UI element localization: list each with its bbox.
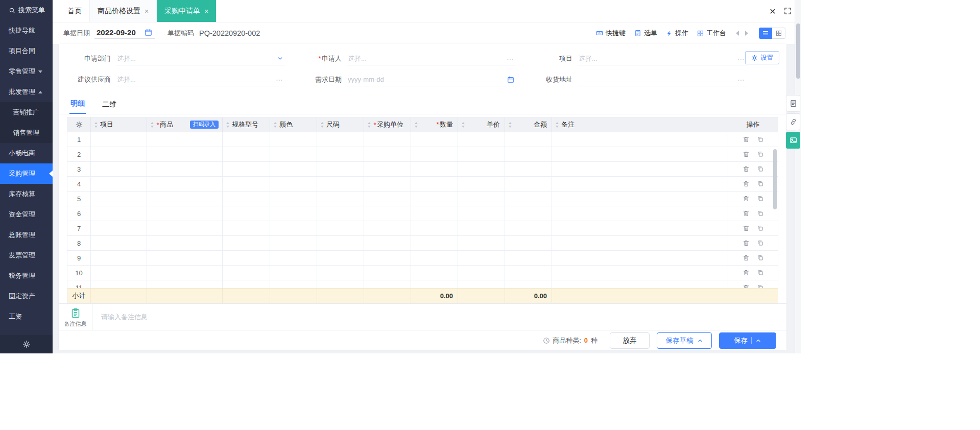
cell-amount[interactable]	[505, 192, 552, 206]
sidebar-item-inventory-accounting[interactable]: 库存核算	[0, 184, 53, 204]
copy-row-icon[interactable]	[757, 254, 764, 261]
cell-qty[interactable]	[411, 206, 458, 221]
delete-row-icon[interactable]	[743, 136, 750, 143]
address-input[interactable]	[578, 76, 735, 83]
cell-spec[interactable]	[223, 192, 270, 206]
cell-amount[interactable]	[505, 236, 552, 250]
cell-color[interactable]	[270, 251, 317, 265]
cell-project[interactable]	[91, 266, 147, 280]
cell-qty[interactable]	[411, 147, 458, 161]
cell-product[interactable]	[147, 162, 223, 176]
cell-unit[interactable]	[364, 132, 411, 147]
cell-product[interactable]	[147, 132, 223, 147]
copy-row-icon[interactable]	[757, 240, 764, 247]
cell-color[interactable]	[270, 147, 317, 161]
calendar-icon[interactable]	[507, 76, 514, 83]
cell-amount[interactable]	[505, 206, 552, 221]
cell-qty[interactable]	[411, 251, 458, 265]
cell-product[interactable]	[147, 177, 223, 191]
doc-date-input[interactable]	[97, 28, 139, 37]
delete-row-icon[interactable]	[743, 284, 750, 288]
delete-row-icon[interactable]	[743, 210, 750, 217]
image-tool-icon[interactable]	[786, 132, 800, 149]
cell-qty[interactable]	[411, 236, 458, 250]
cell-unit[interactable]	[364, 266, 411, 280]
cell-spec[interactable]	[223, 132, 270, 147]
cell-amount[interactable]	[505, 177, 552, 191]
shortcut-keys-button[interactable]: 快捷键	[596, 29, 626, 38]
cell-size[interactable]	[317, 177, 364, 191]
sort-icon[interactable]	[94, 122, 98, 128]
remarks-input[interactable]	[92, 304, 786, 330]
copy-row-icon[interactable]	[757, 195, 764, 202]
supplier-select[interactable]: ⋯	[116, 73, 285, 86]
cell-price[interactable]	[458, 251, 505, 265]
cell-size[interactable]	[317, 280, 364, 288]
cell-remark[interactable]	[552, 132, 728, 147]
cell-price[interactable]	[458, 206, 505, 221]
cell-spec[interactable]	[223, 236, 270, 250]
cell-qty[interactable]	[411, 221, 458, 235]
demand-date-field[interactable]	[347, 73, 516, 86]
cell-project[interactable]	[91, 147, 147, 161]
cell-project[interactable]	[91, 251, 147, 265]
cell-qty[interactable]	[411, 280, 458, 288]
cell-unit[interactable]	[364, 206, 411, 221]
cell-color[interactable]	[270, 221, 317, 235]
save-draft-button[interactable]: 保存草稿	[657, 332, 712, 349]
cell-unit[interactable]	[364, 236, 411, 250]
delete-row-icon[interactable]	[743, 240, 750, 247]
pick-list-button[interactable]: 选单	[634, 29, 657, 38]
chevron-down-icon[interactable]	[277, 55, 283, 62]
more-icon[interactable]: ⋯	[505, 55, 516, 63]
sort-icon[interactable]	[321, 122, 324, 128]
applicant-select[interactable]: ⋯	[347, 52, 516, 65]
cell-price[interactable]	[458, 221, 505, 235]
cell-remark[interactable]	[552, 192, 728, 206]
cell-amount[interactable]	[505, 221, 552, 235]
sidebar-item-sales-mgmt[interactable]: 销售管理	[0, 123, 53, 143]
calendar-icon[interactable]	[145, 29, 152, 36]
cell-unit[interactable]	[364, 192, 411, 206]
cell-remark[interactable]	[552, 266, 728, 280]
cell-price[interactable]	[458, 192, 505, 206]
cell-color[interactable]	[270, 236, 317, 250]
cell-product[interactable]	[147, 266, 223, 280]
cell-spec[interactable]	[223, 221, 270, 235]
cell-project[interactable]	[91, 206, 147, 221]
more-icon[interactable]: ⋯	[735, 76, 747, 84]
delete-row-icon[interactable]	[743, 180, 750, 187]
cell-unit[interactable]	[364, 221, 411, 235]
cell-price[interactable]	[458, 280, 505, 288]
cell-price[interactable]	[458, 177, 505, 191]
form-settings-button[interactable]: 设置	[745, 51, 779, 64]
cell-product[interactable]	[147, 147, 223, 161]
sidebar-item-search-menu[interactable]: 搜索菜单	[0, 0, 53, 20]
cell-product[interactable]	[147, 251, 223, 265]
workbench-button[interactable]: 工作台	[697, 29, 726, 38]
sidebar-item-payroll[interactable]: 工资	[0, 306, 53, 327]
cell-project[interactable]	[91, 236, 147, 250]
dept-input[interactable]	[116, 55, 275, 62]
address-field[interactable]: ⋯	[578, 73, 747, 86]
more-icon[interactable]: ⋯	[274, 76, 285, 84]
cell-unit[interactable]	[364, 280, 411, 288]
sidebar-item-invoice-mgmt[interactable]: 发票管理	[0, 245, 53, 266]
cell-amount[interactable]	[505, 147, 552, 161]
cell-remark[interactable]	[552, 236, 728, 250]
sidebar-item-marketing[interactable]: 营销推广	[0, 102, 53, 123]
cell-size[interactable]	[317, 192, 364, 206]
cell-price[interactable]	[458, 266, 505, 280]
dept-select[interactable]	[116, 52, 285, 65]
tab-matrix[interactable]: 二维	[101, 100, 117, 114]
page-scrollbar[interactable]	[795, 0, 801, 353]
copy-row-icon[interactable]	[757, 269, 764, 276]
copy-row-icon[interactable]	[757, 151, 764, 158]
cell-color[interactable]	[270, 177, 317, 191]
delete-row-icon[interactable]	[743, 165, 750, 173]
cell-spec[interactable]	[223, 162, 270, 176]
list-view-button[interactable]	[759, 28, 772, 39]
sort-icon[interactable]	[226, 122, 229, 128]
cell-spec[interactable]	[223, 177, 270, 191]
cell-project[interactable]	[91, 162, 147, 176]
